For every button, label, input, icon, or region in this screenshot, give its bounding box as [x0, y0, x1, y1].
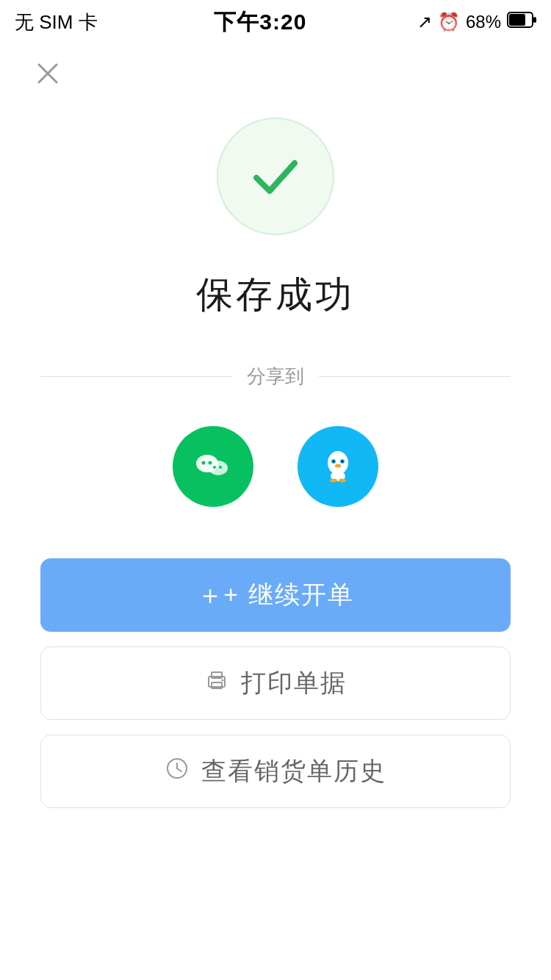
history-button[interactable]: 查看销货单历史 [40, 735, 511, 808]
printer-icon [204, 668, 229, 699]
qq-share-button[interactable] [298, 426, 378, 507]
success-title: 保存成功 [196, 270, 355, 320]
svg-point-14 [333, 461, 335, 463]
history-icon [165, 756, 190, 787]
battery-percent: 68% [466, 12, 501, 32]
main-content: 保存成功 分享到 [0, 44, 551, 808]
svg-point-23 [222, 680, 224, 682]
print-label: 打印单据 [241, 666, 347, 700]
svg-point-8 [209, 461, 212, 465]
history-label: 查看销货单历史 [201, 754, 386, 788]
svg-point-9 [213, 466, 216, 469]
continue-label: + 继续开单 [223, 578, 353, 612]
location-icon: ↗ [417, 12, 432, 32]
status-right: ↗ ⏰ 68% [417, 12, 536, 32]
svg-rect-1 [509, 14, 525, 26]
print-button[interactable]: 打印单据 [40, 646, 511, 720]
battery-icon [507, 12, 536, 32]
wechat-share-button[interactable] [173, 426, 253, 507]
plus-icon: ＋ [197, 577, 225, 613]
share-label: 分享到 [247, 364, 304, 389]
status-left: 无 SIM 卡 [15, 10, 104, 35]
close-button[interactable] [29, 55, 66, 92]
svg-line-26 [177, 768, 181, 771]
no-sim-label: 无 SIM 卡 [15, 10, 98, 35]
status-bar: 无 SIM 卡 下午3:20 ↗ ⏰ 68% [0, 0, 551, 44]
share-icons-row [173, 426, 378, 507]
action-buttons: ＋ + 继续开单 打印单据 [40, 558, 511, 808]
divider-left [40, 376, 232, 377]
svg-point-16 [342, 461, 344, 463]
svg-point-10 [219, 466, 222, 469]
svg-point-17 [335, 464, 341, 468]
success-circle [217, 118, 334, 235]
svg-point-7 [202, 461, 206, 465]
alarm-icon: ⏰ [438, 12, 460, 32]
share-divider: 分享到 [40, 364, 511, 389]
status-time: 下午3:20 [214, 7, 306, 37]
svg-point-18 [330, 479, 337, 483]
continue-button[interactable]: ＋ + 继续开单 [40, 558, 511, 632]
svg-rect-2 [533, 17, 536, 23]
divider-right [319, 376, 511, 377]
svg-point-19 [339, 479, 346, 483]
